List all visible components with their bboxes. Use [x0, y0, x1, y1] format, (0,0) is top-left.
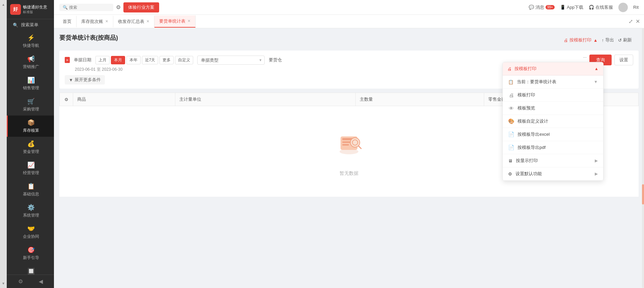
tab-order-stats-close[interactable]: ✕: [187, 19, 191, 23]
user-avatar[interactable]: [618, 3, 628, 12]
tab-expand-icon[interactable]: ⤢: [628, 18, 633, 25]
current-template-item[interactable]: 📋 当前：要货单统计表 ▼: [503, 75, 603, 89]
tabs-bar: 首页 库存批次账 ✕ 收发存汇总表 ✕ 要货单统计表 ✕ ⤢ ✕: [54, 15, 644, 28]
scroll-down-btn[interactable]: ▼: [0, 280, 6, 287]
sidebar-item-finance[interactable]: 💰 资金管理: [7, 137, 54, 158]
tab-order-stats-label: 要货单统计表: [159, 18, 185, 24]
template-preview-icon: 👁: [508, 105, 514, 111]
sidebar-item-purchase[interactable]: 🛒 采购管理: [7, 94, 54, 116]
tabs-actions: ⤢ ✕: [628, 18, 640, 25]
scrollbar-thumb[interactable]: [642, 184, 644, 204]
nav-menu: ⚡ 快捷导航 📢 营销推广 📊 销售管理 🛒 采购管理 📦 库存核算 💰: [7, 31, 54, 275]
main-area: 🔍 ⚙ 体验行业方案 💬 消息 99+ 📱 App下载 🎧 在: [54, 0, 644, 288]
app-name: 畅捷通好生意: [23, 4, 47, 10]
tab-home[interactable]: 首页: [58, 16, 77, 27]
gear-icon[interactable]: ⚙: [116, 4, 121, 10]
right-scrollbar[interactable]: [642, 28, 644, 288]
template-print-icon: 🖨: [508, 92, 514, 98]
page-title: 要货单统计表(按商品): [59, 34, 118, 42]
basic-icon: 📋: [27, 183, 35, 190]
settings-bottom-btn[interactable]: ⚙: [18, 278, 23, 285]
tab-inventory-batch-label: 库存批次账: [81, 19, 103, 25]
date-btn-this-month[interactable]: 本月: [111, 56, 125, 64]
tab-order-stats[interactable]: 要货单统计表 ✕: [154, 15, 196, 28]
export-btn[interactable]: ↑ 导出: [602, 37, 614, 43]
refresh-btn[interactable]: ↺ 刷新: [618, 37, 632, 43]
nav-label-shortcut: 快捷导航: [23, 43, 39, 49]
top-bar-left: 🔍 ⚙ 体验行业方案: [59, 2, 529, 12]
display-print-item[interactable]: 🖥 按显示打印 ▶: [503, 154, 603, 167]
finance-icon: 💰: [27, 140, 35, 148]
date-btn-custom[interactable]: 自定义: [175, 56, 193, 64]
sidebar-item-collab[interactable]: 🤝 企业协同: [7, 222, 54, 243]
search-box[interactable]: 🔍: [59, 4, 113, 11]
print-dropdown-toggle[interactable]: ▲: [593, 38, 598, 43]
refresh-btn-label: 刷新: [623, 37, 632, 43]
topbar-search-icon: 🔍: [63, 5, 68, 10]
app-download-btn[interactable]: 📱 App下载: [560, 4, 583, 10]
date-btn-this-year[interactable]: 本年: [126, 56, 141, 64]
tab-inventory-batch-close[interactable]: ✕: [105, 19, 108, 24]
col-product: 商品: [73, 93, 175, 106]
sidebar-item-apps[interactable]: 🔲 应用中心: [7, 264, 54, 275]
sidebar-item-operation[interactable]: 📈 经营管理: [7, 158, 54, 179]
print-btn-area[interactable]: 🖨 按模板打印 ▲: [564, 37, 598, 43]
search-menu[interactable]: 🔍 搜索菜单: [7, 19, 54, 31]
message-btn[interactable]: 💬 消息 99+: [529, 4, 555, 10]
export-pdf-item[interactable]: 📄 按模板导出pdf: [503, 141, 603, 154]
nav-label-purchase: 采购管理: [23, 106, 39, 112]
expand-toggle[interactable]: »: [65, 57, 70, 63]
default-func-item[interactable]: ⚙ 设置默认功能 ▶: [503, 167, 603, 181]
tab-collapse-icon[interactable]: ✕: [636, 18, 640, 25]
scroll-up-btn[interactable]: ▲: [0, 1, 6, 8]
sidebar-item-shortcut[interactable]: ⚡ 快捷导航: [7, 31, 54, 52]
date-btn-last-month[interactable]: 上月: [95, 56, 110, 64]
template-preview-item[interactable]: 👁 模板预览: [503, 102, 603, 115]
current-template-left: 📋 当前：要货单统计表: [508, 79, 556, 85]
headphone-icon: 🎧: [589, 5, 594, 10]
dropdown-close-arrow[interactable]: ▲: [594, 66, 598, 71]
sidebar-bottom: ⚙ ◀: [7, 275, 54, 288]
tab-receivable-summary-close[interactable]: ✕: [146, 19, 149, 24]
date-btn-7days[interactable]: 近7天: [142, 56, 158, 64]
refresh-icon: ↺: [618, 38, 622, 43]
current-template-label: 当前：要货单统计表: [517, 79, 556, 85]
date-buttons: 上月 本月 本年 近7天 更多 自定义: [95, 56, 194, 64]
svg-rect-4: [342, 144, 349, 146]
tab-inventory-batch[interactable]: 库存批次账 ✕: [77, 16, 113, 27]
empty-illustration: [332, 126, 366, 166]
phone-icon: 📱: [560, 5, 565, 10]
svg-line-7: [358, 146, 361, 149]
template-print-item[interactable]: 🖨 模板打印: [503, 89, 603, 102]
expand-more-btn[interactable]: ▼ 展开更多条件: [65, 75, 105, 85]
print-btn-label: 按模板打印: [569, 37, 591, 43]
nav-label-collab: 企业协同: [23, 234, 39, 239]
collapse-btn[interactable]: ◀: [39, 278, 43, 285]
template-select-icon: 📋: [508, 79, 514, 85]
apps-icon: 🔲: [27, 267, 35, 275]
sidebar-item-basic[interactable]: 📋 基础信息: [7, 179, 54, 200]
search-input[interactable]: [69, 5, 103, 10]
trial-button[interactable]: 体验行业方案: [123, 2, 159, 12]
sidebar-item-marketing[interactable]: 📢 营销推广: [7, 52, 54, 73]
nav-label-guide: 新手引导: [23, 255, 39, 261]
display-print-icon: 🖥: [508, 158, 513, 163]
sidebar-item-guide[interactable]: 🎯 新手引导: [7, 243, 54, 264]
expand-icon[interactable]: »: [65, 57, 70, 63]
sidebar-item-sales[interactable]: 📊 销售管理: [7, 73, 54, 94]
settings-button[interactable]: 设置: [614, 55, 633, 65]
sidebar-item-inventory[interactable]: 📦 库存核算: [7, 116, 54, 137]
default-func-label: 设置默认功能: [516, 171, 542, 177]
sidebar-item-system[interactable]: ⚙️ 系统管理: [7, 200, 54, 222]
nav-label-operation: 经营管理: [23, 170, 39, 176]
print-dropdown-header[interactable]: 🖨 按模板打印 ▲: [503, 62, 603, 75]
date-btn-more[interactable]: 更多: [159, 56, 174, 64]
tab-receivable-summary[interactable]: 收发存汇总表 ✕: [113, 16, 154, 27]
online-service-btn[interactable]: 🎧 在线客服: [589, 4, 613, 10]
export-pdf-label: 按模板导出pdf: [518, 145, 546, 151]
template-design-item[interactable]: 🎨 模板自定义设计: [503, 115, 603, 128]
export-excel-item[interactable]: 📄 按模板导出excel: [503, 128, 603, 141]
col-settings[interactable]: ⚙: [60, 93, 73, 106]
type-select[interactable]: 单据类型: [197, 56, 265, 65]
cargo-label: 要货仓: [269, 57, 282, 63]
